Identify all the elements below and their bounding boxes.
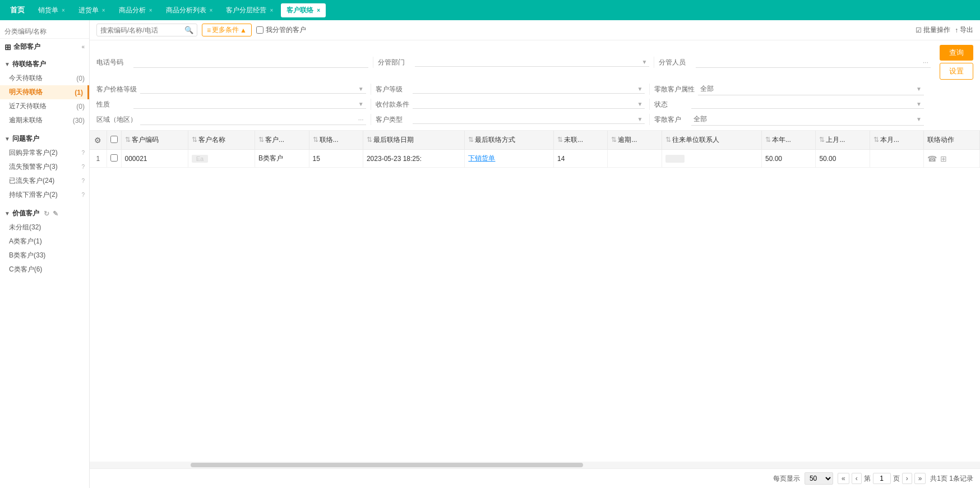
sidebar-group-pending: ▼ 待联络客户 今天待联络(0) 明天待联络(1) 近7天待联络(0) 逾期未联… bbox=[0, 55, 89, 130]
settings-icon[interactable]: ⚙ bbox=[94, 136, 101, 145]
td-this-month bbox=[870, 150, 923, 168]
value-edit-icon[interactable]: ✎ bbox=[53, 210, 58, 218]
filter-customer-type-select[interactable]: ▼ bbox=[413, 115, 645, 124]
divider-6 bbox=[649, 99, 650, 110]
sort-date-icon[interactable]: ⇅ bbox=[367, 136, 372, 144]
sidebar-search-input[interactable] bbox=[4, 27, 89, 35]
collapse-icon[interactable]: « bbox=[81, 44, 85, 50]
sort-person-icon[interactable]: ⇅ bbox=[665, 136, 671, 144]
table-select-all[interactable] bbox=[110, 136, 118, 143]
sort-contact-icon[interactable]: ⇅ bbox=[313, 136, 318, 144]
manager-dots-icon[interactable]: ··· bbox=[923, 58, 928, 66]
query-btn[interactable]: 查询 bbox=[940, 45, 973, 61]
grid-icon: ⊞ bbox=[4, 43, 11, 52]
right-actions: ☑ 批量操作 ↑ 导出 bbox=[916, 25, 973, 35]
search-input[interactable] bbox=[100, 26, 184, 34]
filter-region-select[interactable]: ··· bbox=[140, 114, 366, 125]
filter-payment-select[interactable]: ▼ bbox=[413, 100, 645, 109]
region-dots-icon[interactable]: ··· bbox=[358, 116, 364, 123]
sort-name-icon[interactable]: ⇅ bbox=[192, 136, 197, 144]
filter-dept-select[interactable]: ▼ bbox=[415, 58, 650, 67]
sort-this-month-icon[interactable]: ⇅ bbox=[873, 136, 879, 144]
filter-zero-customer-label: 零散客户 bbox=[654, 115, 688, 125]
sidebar-item-week[interactable]: 近7天待联络(0) bbox=[0, 99, 89, 113]
sidebar-item-ungrouped[interactable]: 未分组(32) bbox=[0, 220, 89, 234]
sidebar-item-a-class[interactable]: A类客户(1) bbox=[0, 234, 89, 248]
sort-last-month-icon[interactable]: ⇅ bbox=[819, 136, 825, 144]
sort-method-icon[interactable]: ⇅ bbox=[468, 136, 474, 144]
help-repurchase-icon[interactable]: ? bbox=[81, 150, 85, 156]
filter-nature-select[interactable]: ▼ bbox=[133, 100, 366, 109]
nav-customer-contact[interactable]: 客户联络 × bbox=[281, 3, 326, 17]
filter-zero-attr-select[interactable]: 全部 ▼ bbox=[698, 83, 924, 95]
help-churn-warn-icon[interactable]: ? bbox=[81, 164, 85, 170]
last-method-link[interactable]: 下销货单 bbox=[468, 154, 495, 162]
sidebar-item-c-class[interactable]: C类客户(6) bbox=[0, 263, 89, 277]
nav-product-analysis[interactable]: 商品分析 × bbox=[113, 3, 158, 17]
nature-chevron-icon: ▼ bbox=[358, 101, 364, 107]
sidebar-all-customers[interactable]: ⊞ 全部客户 « bbox=[0, 39, 89, 55]
td-last-method: 下销货单 bbox=[465, 150, 554, 168]
close-product-analysis-icon[interactable]: × bbox=[149, 7, 152, 13]
sidebar-item-b-class[interactable]: B类客户(33) bbox=[0, 248, 89, 263]
my-customers-toggle[interactable]: 我分管的客户 bbox=[256, 25, 306, 35]
search-icon-btn[interactable]: 🔍 bbox=[184, 26, 193, 34]
filter-customer-level-select[interactable]: ▼ bbox=[413, 85, 645, 94]
sidebar-item-churn-warning[interactable]: 流失预警客户(3)? bbox=[0, 160, 89, 174]
filter-phone-input[interactable] bbox=[133, 57, 368, 68]
sidebar-group-pending-title[interactable]: ▼ 待联络客户 bbox=[0, 57, 89, 71]
scrollbar-thumb[interactable] bbox=[191, 463, 583, 467]
arrow-value-icon: ▼ bbox=[4, 210, 10, 217]
sidebar-item-churned[interactable]: 已流失客户(24)? bbox=[0, 174, 89, 188]
nav-home[interactable]: 首页 bbox=[4, 3, 30, 17]
filter-actions: 查询 设置 bbox=[940, 45, 973, 80]
sort-type-icon[interactable]: ⇅ bbox=[258, 136, 264, 144]
th-action: 联络动作 bbox=[924, 131, 980, 150]
sidebar-group-value-title[interactable]: ▼ 价值客户 ↻ ✎ bbox=[0, 206, 89, 220]
filter-status-select[interactable]: ▼ bbox=[691, 100, 924, 109]
my-customers-checkbox[interactable] bbox=[256, 26, 264, 34]
sidebar-group-problem-title[interactable]: ▼ 问题客户 bbox=[0, 132, 89, 146]
help-declining-icon[interactable]: ? bbox=[81, 192, 85, 198]
filter-payment-label: 收付款条件 bbox=[376, 100, 409, 109]
first-page-btn[interactable]: « bbox=[838, 473, 849, 484]
filter-manager-select[interactable]: ··· bbox=[696, 57, 931, 68]
batch-btn[interactable]: ☑ 批量操作 bbox=[916, 25, 950, 35]
grid-action-icon[interactable]: ⊞ bbox=[940, 154, 947, 163]
pagination-nav: « ‹ 第 页 › » bbox=[838, 473, 926, 484]
sort-unlinked-icon[interactable]: ⇅ bbox=[557, 136, 563, 144]
nav-sales[interactable]: 销货单 × bbox=[33, 3, 71, 17]
td-contact-person bbox=[662, 150, 761, 168]
nav-customer-tier[interactable]: 客户分层经营 × bbox=[220, 3, 279, 17]
sidebar-item-tomorrow[interactable]: 明天待联络(1) bbox=[0, 85, 89, 99]
sidebar-item-today[interactable]: 今天待联络(0) bbox=[0, 71, 89, 85]
export-btn[interactable]: ↑ 导出 bbox=[955, 25, 973, 35]
sort-year-icon[interactable]: ⇅ bbox=[765, 136, 771, 144]
close-customer-tier-icon[interactable]: × bbox=[270, 7, 273, 13]
sidebar-item-declining[interactable]: 持续下滑客户(2)? bbox=[0, 188, 89, 202]
sidebar-item-overdue[interactable]: 逾期未联络(30) bbox=[0, 113, 89, 127]
filter-nature: 性质 ▼ bbox=[96, 100, 366, 109]
close-sales-icon[interactable]: × bbox=[62, 7, 65, 13]
last-page-btn[interactable]: » bbox=[914, 473, 926, 484]
sidebar-item-repurchase-abnormal[interactable]: 回购异常客户(2)? bbox=[0, 146, 89, 160]
filter-price-level-select[interactable]: ▼ bbox=[140, 85, 366, 94]
nav-purchase[interactable]: 进货单 × bbox=[73, 3, 111, 17]
per-page-select[interactable]: 50 100 200 bbox=[805, 472, 833, 485]
close-customer-contact-icon[interactable]: × bbox=[317, 7, 320, 13]
value-refresh-icon[interactable]: ↻ bbox=[44, 210, 49, 218]
page-input[interactable] bbox=[873, 473, 891, 484]
prev-page-btn[interactable]: ‹ bbox=[852, 473, 862, 484]
filter-zero-customer-select[interactable]: 全部 ▼ bbox=[691, 113, 924, 126]
next-page-btn[interactable]: › bbox=[902, 473, 912, 484]
row-checkbox[interactable] bbox=[110, 154, 118, 162]
close-purchase-icon[interactable]: × bbox=[102, 7, 105, 13]
set-btn[interactable]: 设置 bbox=[940, 63, 973, 80]
help-churned-icon[interactable]: ? bbox=[81, 178, 85, 184]
nav-product-analysis-list[interactable]: 商品分析列表 × bbox=[160, 3, 219, 17]
sort-code-icon[interactable]: ⇅ bbox=[125, 136, 131, 144]
more-conditions-btn[interactable]: ≡ 更多条件 ▲ bbox=[202, 24, 252, 36]
close-product-list-icon[interactable]: × bbox=[210, 7, 213, 13]
phone-icon[interactable]: ☎ bbox=[927, 154, 937, 163]
sort-overdue-icon[interactable]: ⇅ bbox=[611, 136, 617, 144]
